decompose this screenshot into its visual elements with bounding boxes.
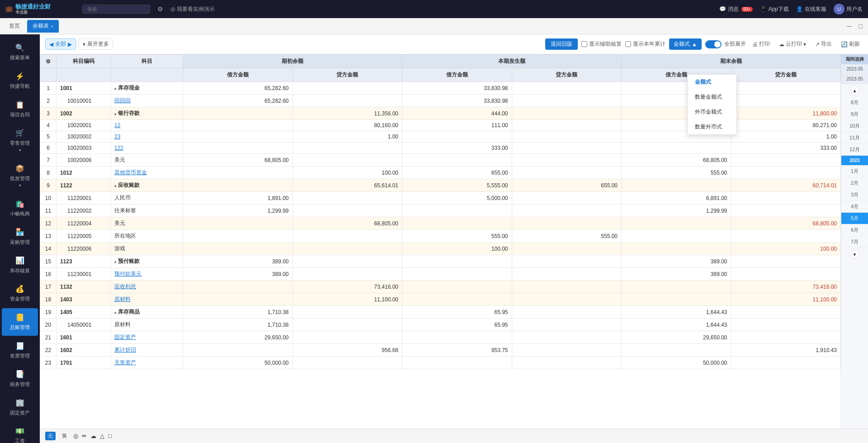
sidebar-item-tax[interactable]: 📑 税务管理 [2,365,38,392]
sidebar-item-salary[interactable]: 💵 工资 [2,422,38,443]
breadcrumb-all[interactable]: ◀ 全部 ▶ [45,38,76,50]
main-layout: 🔍 搜索菜单 ⚡ 快捷导航 📋 项目合同 🛒 零售管理 ▾ 📦 批发管理 ▾ 🛍… [0,34,868,443]
closing-debit-cell [622,243,731,255]
subject-cell[interactable]: 23 [111,131,183,143]
sidebar-item-wholesale[interactable]: 📦 批发管理 ▾ [2,159,38,194]
opening-credit-cell [292,154,402,167]
subject-cell[interactable]: 12 [111,120,183,131]
code-cell: 1701 [57,357,111,369]
opening-credit-cell: 65,614.01 [292,179,402,192]
sidebar-item-ecommerce[interactable]: 🛍️ 小畅电商 [2,195,38,222]
date-dec[interactable]: 12月 [841,144,868,156]
closing-debit-cell: 6,891.00 [622,192,731,205]
date-nov[interactable]: 11月 [841,132,868,144]
dropdown-item-amount[interactable]: 金额式 [688,75,736,90]
expand-all-toggle[interactable]: 全部展开 [705,40,746,48]
date-jan[interactable]: 1月 [841,166,868,177]
year-checkbox[interactable] [625,41,631,47]
style-dropdown-menu: 金额式 数量金额式 外币金额式 数量外币式 [687,74,737,135]
date-feb[interactable]: 2月 [841,177,868,189]
service-btn[interactable]: 👤 在线客服 [796,5,826,13]
date-up-btn[interactable]: ▲ [850,86,859,95]
date-mar[interactable]: 3月 [841,189,868,201]
sidebar-item-quicknav[interactable]: ⚡ 快捷导航 [2,67,38,95]
cloud-print-btn[interactable]: ☁ 云打印 ▾ [776,39,809,49]
bottom-yuan[interactable]: 元 [45,432,56,440]
settings-icon[interactable]: ⚙ [157,5,163,13]
date-2023-label[interactable]: 2023 [841,156,868,166]
closing-debit-cell: 68,805.00 [622,154,731,167]
ecommerce-icon: 🛍️ [4,199,36,209]
demo-link[interactable]: ◎ 我要看实例演示 [170,5,215,13]
sidebar-item-capital[interactable]: 💰 资金管理 [2,280,38,307]
subject-cell[interactable]: 其他货币资金 [111,167,183,179]
return-btn[interactable]: 退回旧版 [545,38,578,50]
assets-icon: 🏢 [4,398,36,408]
subject-cell[interactable]: 无形资产 [111,357,183,369]
subject-cell[interactable]: 122 [111,143,183,154]
dropdown-item-foreign[interactable]: 外币金额式 [688,105,736,119]
refresh-btn[interactable]: 🔄 刷新 [838,39,863,49]
dropdown-item-qty-amount[interactable]: 数量金额式 [688,90,736,105]
date-aug[interactable]: 8月 [841,97,868,109]
bottom-cloud[interactable]: ☁ [90,433,96,439]
closing-group-th: 期末余额 [622,55,841,68]
date-sep[interactable]: 9月 [841,109,868,120]
subject-cell[interactable]: 预付款美元 [111,268,183,281]
closing-debit-cell [622,143,731,154]
date-may[interactable]: 5月 [841,213,868,224]
subject-cell[interactable]: 固定资产 [111,331,183,344]
opening-debit-cell [183,293,293,306]
date-oct[interactable]: 10月 [841,120,868,132]
date-apr[interactable]: 4月 [841,201,868,213]
subject-cell[interactable]: 原材料 [111,293,183,306]
tab-balance[interactable]: 余额表 × [27,20,59,33]
bottom-circle[interactable]: ◎ [73,433,78,439]
tab-home[interactable]: 首页 [4,20,25,33]
expand-more-btn[interactable]: ▾ 展开更多 [79,38,113,50]
sidebar-item-retail[interactable]: 🛒 零售管理 ▾ [2,124,38,158]
sidebar-item-project[interactable]: 📋 项目合同 [2,95,38,123]
date-jul[interactable]: 7月 [841,236,868,248]
code-cell: 1601 [57,331,111,344]
assist-checkbox-group[interactable]: 显示辅助核算 [581,40,622,48]
maximize-btn[interactable]: □ [857,22,864,31]
search-input[interactable] [82,5,150,14]
date-down-btn[interactable]: ▼ [850,250,859,259]
sidebar-item-invoice[interactable]: 🧾 发票管理 [2,337,38,364]
user-btn[interactable]: U 用户名 [834,4,863,14]
subject-cell[interactable]: 回回回 [111,95,183,107]
tab-close-icon[interactable]: × [51,24,53,29]
sidebar-item-assets[interactable]: 🏢 固定资产 [2,393,38,421]
assist-checkbox[interactable] [581,41,587,47]
bottom-eng[interactable]: 英 [59,432,70,440]
minimize-btn[interactable]: ─ [845,22,854,31]
year-checkbox-group[interactable]: 显示本年累计 [625,40,665,48]
download-btn[interactable]: 📱 App下载 [760,5,789,13]
toggle-switch-btn[interactable] [705,40,722,48]
closing-credit-cell [731,357,841,369]
bottom-edit[interactable]: ✏ [82,433,87,439]
export-btn[interactable]: ↗ 导出 [812,39,835,49]
date-jun[interactable]: 6月 [841,224,868,236]
date-year-start: 2023.05 [841,64,868,74]
style-dropdown-btn[interactable]: 金额式 ▲ [669,38,702,50]
toolbar-right: 退回旧版 显示辅助核算 显示本年累计 金额式 ▲ 全部展开 [545,38,863,50]
settings-th[interactable]: ⚙ [40,55,57,68]
closing-credit-cell: 100.00 [731,243,841,255]
message-btn[interactable]: 💬 消息 99+ [719,5,753,13]
sidebar-item-search[interactable]: 🔍 搜索菜单 [2,38,38,66]
table-row: 2 [40,95,57,107]
dropdown-item-qty-foreign[interactable]: 数量外币式 [688,119,736,134]
current-credit-cell [512,154,622,167]
table-row: 18 [40,293,57,306]
sidebar-item-inventory[interactable]: 📊 库存核算 [2,251,38,279]
sidebar-item-purchase[interactable]: 🏪 采购管理 [2,223,38,250]
subject-cell[interactable]: 应收利息 [111,281,183,293]
bottom-square[interactable]: □ [108,433,112,439]
bottom-triangle[interactable]: △ [100,433,104,439]
opening-debit-cell: 68,805.00 [183,154,293,167]
sidebar-item-ledger[interactable]: 📒 总账管理 [2,308,38,336]
subject-cell[interactable]: 累计折旧 [111,344,183,357]
print-btn[interactable]: 🖨 打印 [750,39,773,49]
